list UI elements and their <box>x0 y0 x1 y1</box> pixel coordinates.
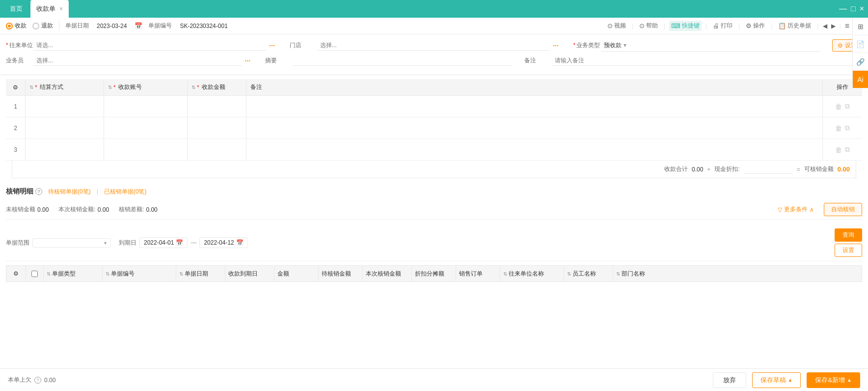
shortcut-btn[interactable]: ⌨ 快捷键 <box>669 21 702 31</box>
td-note-3[interactable] <box>246 139 823 160</box>
minimize-btn[interactable]: — <box>839 4 847 13</box>
unchecked-label: 未核销金额 <box>6 205 35 214</box>
radio-receipt-label: 收款 <box>15 22 27 30</box>
table-row: 3 🗑 ⧉ <box>6 139 862 161</box>
vth-staff-label: 员工名称 <box>572 270 596 278</box>
staff-more-btn[interactable]: ··· <box>242 57 254 65</box>
radio-receipt[interactable]: 收款 <box>6 22 27 30</box>
verify-pending-tab[interactable]: 待核销单据(0笔) <box>48 188 91 196</box>
right-panel-doc-btn[interactable]: 📄 <box>853 35 868 53</box>
sort-icon[interactable]: ⇅ <box>29 84 33 90</box>
td-account-3[interactable] <box>104 139 188 160</box>
current-value: 0.00 <box>98 206 109 213</box>
nav-right-btn[interactable]: ▶ <box>831 23 836 29</box>
td-op-3: 🗑 ⧉ <box>823 139 862 160</box>
td-settlement-1[interactable] <box>26 96 104 117</box>
list-view-btn[interactable]: ≡ <box>845 22 849 30</box>
staff-input[interactable] <box>33 56 242 66</box>
right-panel-ai-btn[interactable]: Ai <box>853 71 868 88</box>
close-btn[interactable]: × <box>860 4 864 13</box>
td-op-2: 🗑 ⧉ <box>823 117 862 139</box>
td-amount-2[interactable] <box>188 117 246 139</box>
vth-sort-6[interactable]: ⇅ <box>616 271 620 277</box>
radio-refund[interactable]: 退款 <box>32 22 53 30</box>
tab-close-btn[interactable]: × <box>59 5 63 12</box>
copy-btn-3[interactable]: ⧉ <box>845 145 850 154</box>
help-btn[interactable]: ⊙ 帮助 <box>637 21 660 31</box>
due-start-input[interactable]: 2022-04-01 📅 <box>139 237 188 248</box>
right-panel-table-btn[interactable]: ⊞ <box>853 18 868 35</box>
table-row: 1 🗑 ⧉ <box>6 96 862 117</box>
select-all-checkbox[interactable] <box>31 271 38 277</box>
td-amount-1[interactable] <box>188 96 246 117</box>
tab-receipt[interactable]: 收款单 × <box>30 0 69 18</box>
sort-icon-2[interactable]: ⇅ <box>108 84 112 90</box>
range-filter: 单据范围 ▾ <box>6 238 111 248</box>
date-calendar-icon[interactable]: 📅 <box>135 22 142 29</box>
restore-btn[interactable]: □ <box>851 4 856 13</box>
operation-btn[interactable]: ⚙ 操作 <box>744 21 767 31</box>
td-settlement-2[interactable] <box>26 117 104 139</box>
td-account-1[interactable] <box>104 96 188 117</box>
vth-sort-3[interactable]: ⇅ <box>179 271 183 277</box>
vth-check[interactable] <box>26 266 44 281</box>
history-btn[interactable]: 📋 历史单据 <box>776 21 813 31</box>
td-account-2[interactable] <box>104 117 188 139</box>
save-new-label: 保存&新增 <box>815 376 845 385</box>
partner-input[interactable] <box>33 40 266 51</box>
td-note-2[interactable] <box>246 117 823 139</box>
nav-left-btn[interactable]: ◀ <box>823 23 827 29</box>
help-icon: ⊙ <box>639 22 645 29</box>
print-btn[interactable]: 🖨 打印 <box>711 21 734 31</box>
sort-icon-3[interactable]: ⇅ <box>191 84 195 90</box>
save-draft-label: 保存草稿 <box>760 376 786 385</box>
shop-input[interactable] <box>317 40 550 51</box>
filter-actions: 查询 设置 <box>835 228 862 257</box>
header-toolbar: 收款 退款 单据日期 2023-03-24 📅 单据编号 SK-20230324… <box>0 18 868 34</box>
more-conditions-btn[interactable]: ▽ 更多条件 ∧ <box>778 205 814 214</box>
vth-verify-amount: 本次核销金额 <box>363 266 412 281</box>
plus-sign: + <box>707 166 710 173</box>
chevron-up-icon: ∧ <box>810 206 814 213</box>
due-end-input[interactable]: 2022-04-12 📅 <box>199 237 247 248</box>
discount-input[interactable] <box>744 165 793 174</box>
vth-date-label: 单据日期 <box>185 270 208 278</box>
tab-home[interactable]: 首页 <box>4 0 28 18</box>
save-new-btn[interactable]: 保存&新增 ▲ <box>807 372 860 388</box>
video-btn[interactable]: ⊙ 视频 <box>605 21 628 31</box>
th-gear[interactable]: ⚙ <box>6 79 26 95</box>
delete-btn-1[interactable]: 🗑 <box>835 103 842 111</box>
equals-sign: = <box>797 166 800 173</box>
abandon-btn[interactable]: 放弃 <box>713 372 746 388</box>
query-btn[interactable]: 查询 <box>835 228 862 242</box>
range-select[interactable]: ▾ <box>32 238 111 248</box>
right-panel-link-btn[interactable]: 🔗 <box>853 53 868 71</box>
copy-btn-2[interactable]: ⧉ <box>845 124 850 132</box>
td-amount-3[interactable] <box>188 139 246 160</box>
summary-input[interactable] <box>293 56 513 66</box>
business-type-select[interactable]: 预收款 ▾ <box>601 40 820 52</box>
bottom-info-icon[interactable]: ? <box>34 377 41 384</box>
note-input[interactable] <box>552 56 862 66</box>
verify-done-tab[interactable]: 已核销单据(0笔) <box>104 188 147 196</box>
partner-more-btn[interactable]: ··· <box>266 42 278 50</box>
diff-label: 核销差额: <box>119 205 144 214</box>
vth-sort-1[interactable]: ⇅ <box>47 271 51 277</box>
verify-info-icon[interactable]: ? <box>35 188 42 195</box>
vth-sort-5[interactable]: ⇅ <box>567 271 571 277</box>
video-icon: ⊙ <box>607 22 613 29</box>
vth-sort-2[interactable]: ⇅ <box>106 271 109 277</box>
save-draft-btn[interactable]: 保存草稿 ▲ <box>752 372 801 388</box>
td-settlement-3[interactable] <box>26 139 104 160</box>
filter-settings-btn[interactable]: 设置 <box>835 244 862 257</box>
copy-btn-1[interactable]: ⧉ <box>845 102 850 111</box>
delete-btn-3[interactable]: 🗑 <box>835 146 842 154</box>
shop-more-btn[interactable]: ··· <box>550 42 562 50</box>
delete-btn-2[interactable]: 🗑 <box>835 124 842 132</box>
shop-label: 门店 <box>290 41 317 50</box>
vth-gear[interactable]: ⚙ <box>6 266 26 281</box>
auto-verify-btn[interactable]: 自动核销 <box>824 203 862 216</box>
td-note-1[interactable] <box>246 96 823 117</box>
vth-sort-4[interactable]: ⇅ <box>503 271 507 277</box>
shop-field: 门店 ··· <box>290 40 562 51</box>
